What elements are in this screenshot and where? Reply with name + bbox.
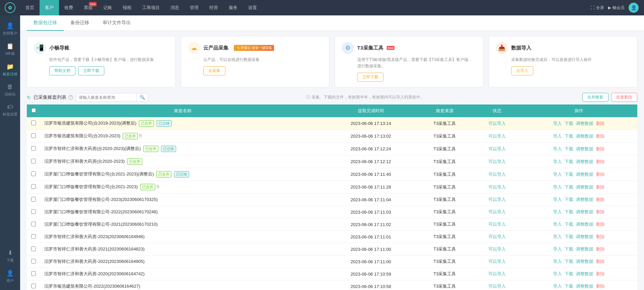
search-input[interactable] (76, 94, 137, 101)
select-all-checkbox[interactable] (32, 108, 36, 113)
row-checkbox[interactable] (31, 197, 36, 202)
action-下载[interactable]: 下载 (565, 172, 573, 177)
action-delete[interactable]: 删除 (596, 209, 605, 214)
row-checkbox[interactable] (31, 284, 36, 288)
row-checkbox[interactable] (31, 146, 36, 151)
action-调整数据[interactable]: 调整数据 (576, 246, 593, 251)
action-下载[interactable]: 下载 (565, 197, 573, 202)
nav-item-manage[interactable]: 管理 (184, 0, 204, 15)
nav-item-operation[interactable]: 经营 (204, 0, 223, 15)
nav-item-invoice[interactable]: 票据 new (78, 0, 98, 15)
xiaochang-help-button[interactable]: 帮助文档 (49, 66, 75, 75)
action-导入[interactable]: 导入 (553, 197, 562, 202)
collected-help-icon[interactable]: ? (68, 95, 73, 100)
row-checkbox[interactable] (31, 259, 36, 264)
logo[interactable]: ✿ (0, 0, 20, 15)
xiaochang-download-button[interactable]: 立即下载 (78, 66, 104, 75)
action-下载[interactable]: 下载 (565, 284, 573, 289)
row-checkbox[interactable] (31, 171, 36, 176)
action-delete[interactable]: 删除 (596, 134, 605, 139)
action-delete[interactable]: 删除 (596, 259, 605, 264)
row-checkbox[interactable] (31, 246, 36, 251)
action-调整数据[interactable]: 调整数据 (576, 259, 593, 264)
action-下载[interactable]: 下载 (565, 121, 573, 126)
row-checkbox[interactable] (31, 184, 36, 189)
action-调整数据[interactable]: 调整数据 (576, 159, 593, 164)
action-导入[interactable]: 导入 (553, 209, 562, 214)
action-下载[interactable]: 下载 (565, 222, 573, 227)
action-调整数据[interactable]: 调整数据 (576, 197, 593, 202)
action-导入[interactable]: 导入 (553, 246, 562, 251)
action-调整数据[interactable]: 调整数据 (576, 284, 593, 289)
reload-icon[interactable]: ↻ (27, 95, 31, 100)
row-checkbox[interactable] (31, 209, 36, 214)
row-checkbox[interactable] (31, 159, 36, 163)
tab-audit-export[interactable]: 审计文件导出 (96, 16, 138, 31)
t3-download-button[interactable]: 立即下载 (357, 73, 383, 82)
sidebar-item-download[interactable]: ⬇ 下载 (0, 246, 20, 266)
nav-item-accounting[interactable]: 记账 (98, 0, 117, 15)
sidebar-item-user[interactable]: 👤 用户 (0, 266, 20, 287)
sidebar-item-tag-settings[interactable]: 🏷 标签设置 (0, 100, 20, 120)
action-下载[interactable]: 下载 (565, 185, 573, 190)
nav-item-business[interactable]: 工商项目 (137, 0, 165, 15)
tab-data-package-migration[interactable]: 数据包迁移 (27, 16, 64, 31)
action-导入[interactable]: 导入 (553, 284, 562, 289)
action-delete[interactable]: 删除 (596, 159, 605, 164)
nav-item-service[interactable]: 服务 (223, 0, 243, 15)
action-导入[interactable]: 导入 (553, 222, 562, 227)
copy-icon[interactable]: ⎘ (157, 184, 159, 189)
action-调整数据[interactable]: 调整数据 (576, 234, 593, 239)
avatar[interactable]: 👤 (629, 3, 639, 13)
sidebar-item-all-customers[interactable]: 👤 全部客户 (0, 19, 20, 39)
nav-item-customer[interactable]: 客户 (40, 0, 59, 15)
action-调整数据[interactable]: 调整数据 (576, 172, 593, 177)
action-delete[interactable]: 删除 (596, 234, 605, 239)
action-导入[interactable]: 导入 (553, 271, 562, 276)
action-导入[interactable]: 导入 (553, 134, 562, 139)
action-导入[interactable]: 导入 (553, 185, 562, 190)
nav-item-fee[interactable]: 收费 (59, 0, 78, 15)
action-下载[interactable]: 下载 (565, 234, 573, 239)
action-delete[interactable]: 删除 (596, 246, 605, 251)
action-delete[interactable]: 删除 (596, 271, 605, 276)
action-delete[interactable]: 删除 (596, 185, 605, 190)
action-下载[interactable]: 下载 (565, 259, 573, 264)
cloud-collect-button[interactable]: 去采集 (203, 66, 225, 75)
action-下载[interactable]: 下载 (565, 146, 573, 151)
action-导入[interactable]: 导入 (553, 146, 562, 151)
action-delete[interactable]: 删除 (596, 172, 605, 177)
action-调整数据[interactable]: 调整数据 (576, 134, 593, 139)
fullscreen-button[interactable]: ⛶ 全屏 (591, 5, 604, 11)
action-delete[interactable]: 删除 (596, 197, 605, 202)
action-调整数据[interactable]: 调整数据 (576, 209, 593, 214)
tab-backup-migration[interactable]: 备份迁移 (64, 16, 96, 31)
action-调整数据[interactable]: 调整数据 (576, 185, 593, 190)
action-导入[interactable]: 导入 (553, 121, 562, 126)
search-button[interactable]: 🔍 (137, 93, 148, 101)
action-导入[interactable]: 导入 (553, 172, 562, 177)
row-checkbox[interactable] (31, 271, 36, 276)
action-下载[interactable]: 下载 (565, 209, 573, 214)
member-button[interactable]: ▶ 畅会员 (608, 5, 625, 11)
action-下载[interactable]: 下载 (565, 246, 573, 251)
action-调整数据[interactable]: 调整数据 (576, 222, 593, 227)
sidebar-item-account-migration[interactable]: 📁 账套迁移 (0, 60, 20, 80)
sidebar-item-recycle-bin[interactable]: 🗑 回收站 (0, 80, 20, 100)
action-导入[interactable]: 导入 (553, 259, 562, 264)
action-下载[interactable]: 下载 (565, 134, 573, 139)
nav-item-settings[interactable]: 设置 (243, 0, 262, 15)
action-delete[interactable]: 删除 (596, 284, 605, 289)
action-delete[interactable]: 删除 (596, 222, 605, 227)
action-下载[interactable]: 下载 (565, 159, 573, 164)
import-goto-button[interactable]: 去导入 (511, 66, 533, 75)
action-下载[interactable]: 下载 (565, 271, 573, 276)
action-delete[interactable]: 删除 (596, 146, 605, 151)
action-导入[interactable]: 导入 (553, 234, 562, 239)
row-checkbox[interactable] (31, 121, 36, 125)
action-调整数据[interactable]: 调整数据 (576, 121, 593, 126)
batch-delete-button[interactable]: 批量删除 (611, 93, 637, 102)
nav-item-message[interactable]: 消息 (165, 0, 184, 15)
row-checkbox[interactable] (31, 234, 36, 239)
nav-item-home[interactable]: 首页 (20, 0, 40, 15)
